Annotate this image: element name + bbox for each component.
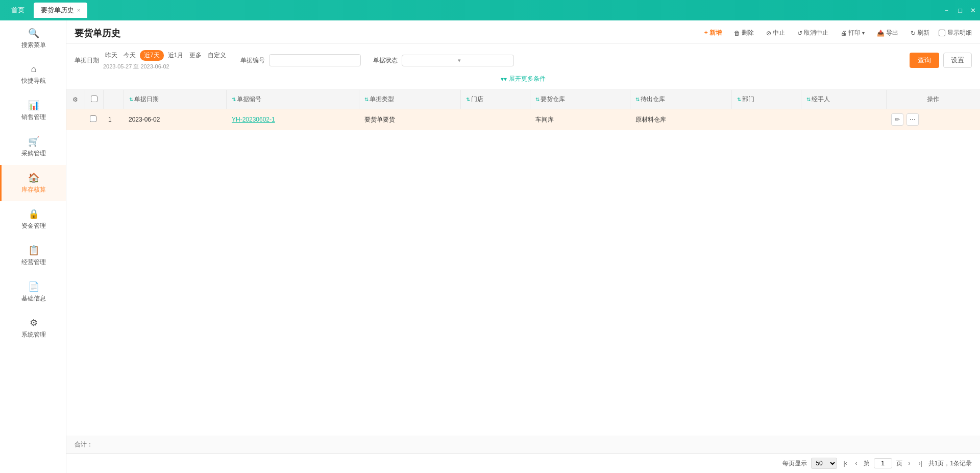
window-controls: － □ ✕ — [943, 6, 976, 15]
query-button[interactable]: 查询 — [910, 53, 939, 68]
sidebar-item-label: 库存核算 — [21, 185, 46, 194]
sidebar-item-purchase-mgmt[interactable]: 🛒 采购管理 — [0, 129, 66, 165]
sidebar-item-search-menu[interactable]: 🔍 搜索菜单 — [0, 20, 66, 57]
export-button[interactable]: 📤 导出 — [874, 27, 901, 39]
sidebar-item-label: 销售管理 — [21, 113, 46, 122]
inventory-icon: 🏠 — [28, 172, 39, 183]
doc-status-filter-group: 单据状态 ▾ — [373, 55, 514, 66]
yesterday-btn[interactable]: 昨天 — [103, 50, 119, 61]
print-button[interactable]: 🖨 打印 ▾ — [838, 27, 868, 39]
stop-button[interactable]: ⊘ 中止 — [763, 27, 788, 39]
row-action-buttons: ✏ ⋯ — [891, 113, 975, 126]
new-button[interactable]: + 新增 — [701, 27, 725, 39]
last-page-button[interactable]: ›| — [917, 459, 924, 468]
th-req-warehouse[interactable]: ⇅要货仓库 — [530, 90, 630, 109]
refresh-label: 刷新 — [917, 29, 929, 37]
sidebar-item-base-info[interactable]: 📄 基础信息 — [0, 274, 66, 310]
export-icon: 📤 — [877, 30, 885, 37]
finance-mgmt-icon: 🔒 — [28, 208, 39, 220]
display-detail-checkbox-wrapper[interactable]: 显示明细 — [939, 29, 972, 37]
th-handler[interactable]: ⇅经手人 — [801, 90, 886, 109]
th-pending-warehouse[interactable]: ⇅待出仓库 — [630, 90, 732, 109]
last1month-btn[interactable]: 近1月 — [166, 50, 186, 61]
filter-area: 单据日期 昨天 今天 近7天 近1月 更多 自定义 2023-05-27 至 2… — [66, 44, 980, 90]
first-page-button[interactable]: |‹ — [841, 459, 849, 468]
refresh-button[interactable]: ↻ 刷新 — [908, 27, 933, 39]
th-actions: 操作 — [886, 90, 980, 109]
ops-mgmt-icon: 📋 — [28, 245, 39, 256]
doc-status-select[interactable]: ▾ — [402, 55, 514, 66]
row-checkbox[interactable] — [90, 115, 96, 122]
td-doc-number[interactable]: YH-20230602-1 — [227, 109, 359, 130]
per-page-select[interactable]: 50 100 200 — [811, 458, 837, 469]
page-header: 要货单历史 + 新增 🗑 删除 ⊘ 中止 ↺ 取消中止 🖨 打印 — [66, 20, 980, 44]
next-page-button[interactable]: › — [906, 459, 913, 468]
top-bar: 首页 要货单历史 × － □ ✕ — [0, 0, 980, 20]
custom-btn[interactable]: 自定义 — [206, 50, 228, 61]
display-detail-checkbox[interactable] — [939, 30, 945, 36]
window-close-icon[interactable]: ✕ — [970, 7, 976, 14]
select-all-checkbox[interactable] — [91, 96, 97, 102]
cancel-stop-label: 取消中止 — [804, 29, 828, 37]
th-store[interactable]: ⇅门店 — [460, 90, 530, 109]
page-title: 要货单历史 — [75, 27, 120, 39]
page-number-input[interactable]: 1 — [874, 458, 892, 468]
sidebar-item-inventory[interactable]: 🏠 库存核算 — [0, 165, 66, 201]
th-settings[interactable]: ⚙ — [66, 90, 85, 109]
data-table: ⚙ ⇅单据日期 ⇅单据编号 ⇅单据类型 ⇅门店 ⇅要货仓库 ⇅待出仓库 ⇅部门 … — [66, 90, 980, 130]
sidebar-item-label: 搜索菜单 — [21, 41, 46, 50]
th-seq — [103, 90, 124, 109]
tab-current[interactable]: 要货单历史 × — [34, 3, 87, 18]
today-btn[interactable]: 今天 — [121, 50, 138, 61]
row-edit-button[interactable]: ✏ — [891, 113, 903, 126]
delete-icon: 🗑 — [734, 30, 740, 37]
refresh-icon: ↻ — [911, 30, 916, 37]
sidebar-item-label: 基础信息 — [21, 294, 46, 303]
sidebar-item-sys-mgmt[interactable]: ⚙ 系统管理 — [0, 310, 66, 346]
print-icon: 🖨 — [841, 30, 847, 37]
cancel-stop-button[interactable]: ↺ 取消中止 — [794, 27, 831, 39]
td-doc-type: 要货单要货 — [359, 109, 461, 130]
doc-status-label: 单据状态 — [373, 56, 398, 65]
last7days-btn[interactable]: 近7天 — [140, 50, 164, 61]
per-page-label: 每页显示 — [782, 459, 807, 468]
doc-number-input[interactable] — [269, 54, 361, 66]
th-department[interactable]: ⇅部门 — [732, 90, 801, 109]
date-filter-label: 单据日期 — [75, 56, 99, 65]
th-checkbox — [85, 90, 103, 109]
sidebar-item-quick-nav[interactable]: ⌂ 快捷导航 — [0, 57, 66, 92]
delete-button[interactable]: 🗑 删除 — [731, 27, 757, 39]
date-range-display: 2023-05-27 至 2023-06-02 — [103, 63, 228, 70]
th-doc-date[interactable]: ⇅单据日期 — [124, 90, 227, 109]
th-doc-type[interactable]: ⇅单据类型 — [359, 90, 461, 109]
td-seq: 1 — [103, 109, 124, 130]
td-settings — [66, 109, 85, 130]
window-minimize-icon[interactable]: － — [943, 6, 950, 15]
expand-filter-button[interactable]: ▾▾ 展开更多条件 — [75, 75, 972, 83]
td-department — [732, 109, 801, 130]
sales-mgmt-icon: 📊 — [28, 100, 39, 111]
page-label-suffix: 页 — [896, 459, 902, 468]
tab-home[interactable]: 首页 — [4, 3, 32, 18]
prev-page-button[interactable]: ‹ — [853, 459, 860, 468]
sidebar-item-sales-mgmt[interactable]: 📊 销售管理 — [0, 92, 66, 129]
sidebar-item-finance-mgmt[interactable]: 🔒 资金管理 — [0, 201, 66, 238]
sidebar-item-label: 经营管理 — [21, 258, 46, 267]
purchase-mgmt-icon: 🛒 — [28, 136, 39, 147]
sidebar-item-label: 快捷导航 — [21, 77, 46, 85]
doc-number-link[interactable]: YH-20230602-1 — [232, 116, 275, 123]
settings-button[interactable]: 设置 — [943, 53, 972, 68]
th-doc-number[interactable]: ⇅单据编号 — [227, 90, 359, 109]
tab-close-icon[interactable]: × — [77, 7, 80, 13]
row-delete-button[interactable]: ⋯ — [906, 113, 919, 126]
filter-action-buttons: 查询 设置 — [910, 53, 972, 68]
display-detail-label: 显示明细 — [947, 29, 972, 37]
window-maximize-icon[interactable]: □ — [958, 7, 962, 14]
td-doc-date: 2023-06-02 — [124, 109, 227, 130]
td-checkbox — [85, 109, 103, 130]
more-btn[interactable]: 更多 — [187, 50, 204, 61]
expand-icon: ▾▾ — [501, 76, 507, 83]
sidebar-item-label: 系统管理 — [21, 330, 46, 339]
sidebar-item-ops-mgmt[interactable]: 📋 经营管理 — [0, 238, 66, 274]
page-label-prefix: 第 — [864, 459, 870, 468]
